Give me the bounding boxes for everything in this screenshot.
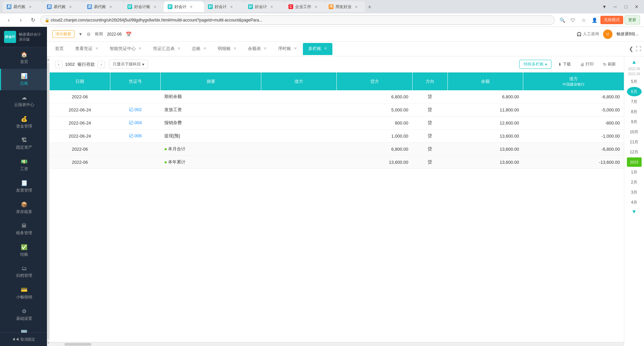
forward-button[interactable]: ›	[16, 15, 25, 25]
tab-qiye[interactable]: C 企业工作 ✕	[284, 1, 325, 12]
month-aug[interactable]: 8月	[627, 107, 642, 116]
search-icon[interactable]: 🔍	[557, 15, 567, 25]
horizontal-scrollbar[interactable]	[50, 342, 624, 346]
tab-yizhang-1[interactable]: 易 易代账 ✕	[3, 1, 43, 12]
print-button[interactable]: 🖨 打印	[578, 60, 596, 68]
download-button[interactable]: ⬇ 下载	[555, 60, 574, 68]
month-jun[interactable]: 6月	[627, 87, 642, 96]
tab-haohuiji-1[interactable]: 好 好会计账 ✕	[123, 1, 164, 12]
tab-detail[interactable]: 明细账 ✕	[212, 43, 242, 55]
sidebar-item-expense[interactable]: 💳 小畅报销	[0, 283, 47, 304]
month-sep[interactable]: 9月	[627, 117, 642, 127]
next-account-button[interactable]: ›	[98, 61, 105, 68]
tab-sequence[interactable]: 序时账 ✕	[273, 43, 302, 55]
special-ledger-button[interactable]: 特殊多栏账 ▾	[519, 60, 551, 69]
month-mar[interactable]: 3月	[627, 188, 642, 197]
tab-haohuiji-4[interactable]: 好 好会计 ✕	[244, 1, 284, 12]
tab-yonyou[interactable]: 用 用友好业 ✕	[325, 1, 365, 12]
sidebar-item-report[interactable]: ☁ 云报表中心	[0, 90, 47, 112]
filter-dropdown[interactable]: 只显示下级科目 ▾	[109, 60, 148, 69]
month-apr[interactable]: 4月	[627, 198, 642, 207]
close-icon[interactable]: ✕	[233, 46, 236, 51]
tab-multi[interactable]: 多栏账 ✕	[303, 43, 332, 55]
close-icon[interactable]: ✕	[294, 46, 297, 51]
sidebar-item-ledger[interactable]: 📊 总账	[0, 69, 47, 90]
prev-account-button[interactable]: ‹	[55, 61, 62, 68]
sidebar-item-assets[interactable]: 🏗 固定资产	[0, 133, 47, 154]
account-dropdown[interactable]: ▼	[78, 32, 83, 37]
tab-smart[interactable]: 智能凭证中心 ✕	[104, 43, 147, 55]
tab-general[interactable]: 总账 ✕	[186, 43, 212, 55]
consult-button[interactable]: 🎧 人工咨询	[577, 31, 599, 37]
shield-icon[interactable]: 🛡	[568, 15, 578, 25]
close-icon[interactable]: ✕	[69, 5, 72, 9]
tab-yizhang-2[interactable]: 易 易代账 ✕	[43, 1, 83, 12]
new-tab-button[interactable]: ＋	[365, 2, 374, 11]
refresh-button[interactable]: ↻ 刷新	[600, 60, 619, 68]
settings-gear[interactable]: ⚙	[87, 32, 91, 37]
month-jan[interactable]: 1月	[627, 167, 642, 177]
sidebar-item-guide[interactable]: 🆕 新手引导	[0, 326, 47, 333]
month-nov[interactable]: 11月	[627, 137, 642, 147]
scrollbar-thumb-v[interactable]	[47, 63, 49, 340]
sidebar-item-archive[interactable]: 🗂 归档管理	[0, 261, 47, 283]
reload-button[interactable]: ↻	[28, 15, 38, 25]
sidebar-item-fund[interactable]: 💰 资金管理	[0, 112, 47, 133]
close-icon[interactable]: ✕	[315, 5, 317, 9]
tab-haohuiji-2[interactable]: 好 好会计 ✕	[164, 1, 204, 12]
close-icon[interactable]: ✕	[154, 5, 156, 9]
voucher-link[interactable]: 记-002	[129, 107, 142, 112]
close-icon[interactable]: ✕	[139, 46, 142, 51]
unpin-button[interactable]: ◀◀ 取消固定	[0, 333, 47, 346]
close-icon[interactable]: ✕	[355, 5, 358, 9]
month-jul[interactable]: 7月	[627, 97, 642, 106]
tab-yizhang-3[interactable]: 易 易代账 ✕	[83, 1, 123, 12]
maximize-button[interactable]: □	[621, 2, 631, 11]
wuhen-mode-button[interactable]: 无痕模式	[600, 16, 623, 24]
close-icon[interactable]: ✕	[270, 5, 273, 9]
scroll-down-button[interactable]: ▼	[630, 207, 638, 216]
back-button[interactable]: ‹	[4, 15, 13, 25]
tab-voucher[interactable]: 查看凭证 ✕	[70, 43, 104, 55]
sidebar-item-settings[interactable]: ⚙ 基础设置	[0, 304, 47, 326]
collapse-left-icon[interactable]: ❮	[629, 46, 633, 52]
expand-icon[interactable]: ⛶	[636, 46, 641, 52]
star-icon[interactable]: ☆	[579, 15, 588, 25]
month-feb[interactable]: 2月	[627, 178, 642, 187]
close-icon[interactable]: ✕	[95, 46, 98, 51]
sidebar-item-tax[interactable]: 🏛 税务管理	[0, 219, 47, 240]
month-oct[interactable]: 10月	[627, 127, 642, 137]
voucher-link[interactable]: 记-006	[129, 133, 142, 138]
tab-summary[interactable]: 凭证汇总表 ✕	[148, 43, 186, 55]
voucher-link[interactable]: 记-004	[129, 120, 142, 125]
close-icon[interactable]: ✕	[230, 5, 233, 9]
url-bar[interactable]: 🔒 cloud2.chanjet.com/accounting/uh26t264…	[40, 15, 555, 25]
close-icon[interactable]: ✕	[203, 46, 206, 51]
close-icon[interactable]: ✕	[109, 5, 112, 9]
close-icon[interactable]: ✕	[29, 5, 32, 9]
minimize-button[interactable]: ─	[610, 2, 620, 11]
demo-badge[interactable]: 演示账套	[52, 30, 74, 38]
sidebar-item-home[interactable]: 🏠 首页	[0, 47, 47, 69]
tab-haohuiji-3[interactable]: 好 好会计 ✕	[204, 1, 244, 12]
scroll-up-button[interactable]: ▲	[630, 58, 638, 66]
calendar-icon[interactable]: 📅	[126, 32, 131, 37]
close-icon[interactable]: ✕	[264, 46, 267, 51]
close-button[interactable]: ✕	[632, 2, 641, 11]
tab-list-button[interactable]: ▼	[600, 2, 609, 11]
close-icon[interactable]: ✕	[324, 46, 327, 51]
sidebar-item-salary[interactable]: 💵 工资	[0, 154, 47, 176]
close-icon[interactable]: ✕	[177, 46, 180, 51]
sidebar-item-inventory[interactable]: 📦 库存核算	[0, 197, 47, 219]
h-scrollbar-thumb[interactable]	[64, 343, 91, 346]
tab-home[interactable]: 首页	[50, 43, 69, 55]
sidebar-item-settle[interactable]: ✅ 结账	[0, 240, 47, 261]
update-button[interactable]: 更新	[625, 15, 640, 24]
close-icon[interactable]: ✕	[190, 5, 193, 9]
profile-icon[interactable]: 👤	[590, 15, 599, 25]
cell-debit-ccb: -6,800.00	[523, 143, 624, 156]
month-may[interactable]: 5月	[627, 77, 642, 86]
month-dec[interactable]: 12月	[627, 147, 642, 157]
sidebar-item-invoice[interactable]: 🧾 发票管理	[0, 176, 47, 197]
tab-balance[interactable]: 余额表 ✕	[243, 43, 272, 55]
